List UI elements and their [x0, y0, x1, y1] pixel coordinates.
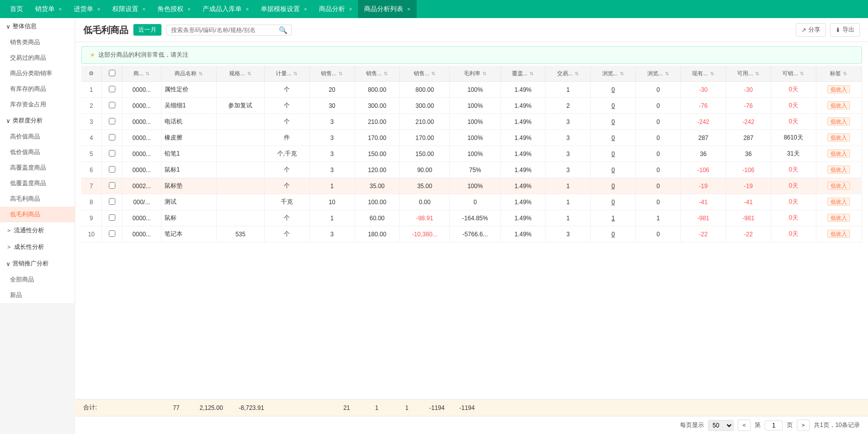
sidebar-item-stocked-goods[interactable]: 有库存的商品 [0, 81, 75, 97]
share-button[interactable]: ↗ 分享 [796, 23, 826, 37]
sidebar-group-liquidity-label: 流通性分析 [14, 226, 44, 235]
row-browse1-8[interactable]: 1 [591, 210, 636, 226]
row-check-6[interactable] [109, 182, 115, 189]
row-checkbox-1[interactable] [102, 98, 122, 114]
row-check-5[interactable] [109, 166, 115, 173]
row-checkbox-2[interactable] [102, 114, 122, 130]
nav-permissions-close[interactable]: × [142, 6, 145, 12]
col-checkbox-header[interactable] [102, 66, 122, 82]
row-check-2[interactable] [109, 118, 115, 124]
sidebar-item-all-goods[interactable]: 全部商品 [0, 272, 75, 287]
col-settings[interactable]: ⚙ [81, 66, 102, 82]
row-name-2: 电话机 [161, 114, 216, 130]
row-check-8[interactable] [109, 214, 115, 221]
sidebar-group-liquidity[interactable]: ＞ 流通性分析 [0, 222, 75, 239]
col-sale-profit[interactable]: 销售... ⇅ [400, 66, 450, 82]
col-browse1[interactable]: 浏览... ⇅ [591, 66, 636, 82]
page-input[interactable] [765, 420, 783, 430]
sidebar-item-high-coverage[interactable]: 高覆盖度商品 [0, 160, 75, 176]
nav-product-entry-close[interactable]: × [246, 6, 249, 12]
export-button[interactable]: ⬇ 导出 [830, 23, 860, 37]
sidebar-item-category-sales[interactable]: 商品分类助销率 [0, 66, 75, 81]
col-stock[interactable]: 现有... ⇅ [681, 66, 726, 82]
search-input[interactable] [171, 27, 279, 34]
col-name[interactable]: 商品名称 ⇅ [161, 66, 216, 82]
nav-goods-analysis[interactable]: 商品分析 × [313, 0, 358, 18]
row-browse1-5[interactable]: 0 [591, 162, 636, 178]
row-checkbox-8[interactable] [102, 210, 122, 226]
sidebar-item-low-value[interactable]: 低价值商品 [0, 144, 75, 160]
row-saleable-0: 0天 [771, 82, 816, 98]
col-sale-qty[interactable]: 销售... ⇅ [309, 66, 355, 82]
row-tag-7: 低收入 [816, 194, 861, 210]
sidebar-item-new-goods[interactable]: 新品 [0, 287, 75, 303]
col-profit-rate[interactable]: 毛利率 ⇅ [450, 66, 500, 82]
row-browse1-4[interactable]: 0 [591, 146, 636, 162]
sidebar-item-low-margin[interactable]: 低毛利商品 [0, 207, 75, 222]
nav-purchase-close[interactable]: × [97, 6, 100, 12]
sidebar-item-low-coverage[interactable]: 低覆盖度商品 [0, 176, 75, 191]
nav-sales-close[interactable]: × [59, 6, 62, 12]
prev-page-button[interactable]: ＜ [738, 419, 751, 431]
row-sale-amount-4: 150.00 [355, 146, 400, 162]
row-checkbox-4[interactable] [102, 146, 122, 162]
row-checkbox-9[interactable] [102, 226, 122, 242]
col-tag[interactable]: 标签 ⇅ [816, 66, 861, 82]
date-filter-button[interactable]: 近一月 [133, 24, 161, 36]
col-saleable[interactable]: 可销... ⇅ [771, 66, 816, 82]
row-check-9[interactable] [109, 230, 115, 237]
nav-roles[interactable]: 角色授权 × [151, 0, 197, 18]
sidebar-group-overall[interactable]: ∨ 整体信息 [0, 18, 75, 35]
sidebar-group-cluster[interactable]: ∨ 类群度分析 [0, 112, 75, 129]
col-avail[interactable]: 可用... ⇅ [726, 66, 771, 82]
row-checkbox-0[interactable] [102, 82, 122, 98]
row-unit-1: 个 [264, 98, 309, 114]
col-code[interactable]: 商... ⇅ [122, 66, 161, 82]
col-trade[interactable]: 交易... ⇅ [546, 66, 591, 82]
nav-goods-analysis-close[interactable]: × [349, 6, 352, 12]
col-unit[interactable]: 计量... ⇅ [264, 66, 309, 82]
col-sale-amount[interactable]: 销售... ⇅ [355, 66, 400, 82]
sidebar-group-marketing[interactable]: ∨ 营销推广分析 [0, 255, 75, 272]
nav-home[interactable]: 首页 [4, 0, 29, 18]
col-spec[interactable]: 规格... ⇅ [217, 66, 265, 82]
sidebar-item-sales-goods[interactable]: 销售类商品 [0, 35, 75, 50]
next-page-button[interactable]: ＞ [797, 419, 810, 431]
col-browse2[interactable]: 浏览... ⇅ [636, 66, 681, 82]
per-page-select[interactable]: 50 20 100 [708, 420, 734, 431]
row-checkbox-6[interactable] [102, 178, 122, 194]
sidebar-item-traded-goods[interactable]: 交易过的商品 [0, 50, 75, 66]
row-browse1-3[interactable]: 0 [591, 130, 636, 146]
nav-product-entry[interactable]: 产成品入库单 × [197, 0, 255, 18]
nav-goods-analysis-list-close[interactable]: × [407, 6, 410, 12]
nav-roles-close[interactable]: × [188, 6, 191, 12]
row-checkbox-3[interactable] [102, 130, 122, 146]
nav-template[interactable]: 单据模板设置 × [255, 0, 313, 18]
select-all-checkbox[interactable] [109, 70, 115, 76]
nav-goods-analysis-list[interactable]: 商品分析列表 × [358, 0, 416, 18]
row-browse1-6[interactable]: 0 [591, 178, 636, 194]
row-check-1[interactable] [109, 102, 115, 108]
row-browse1-1[interactable]: 0 [591, 98, 636, 114]
row-check-4[interactable] [109, 150, 115, 157]
sidebar-group-growth[interactable]: ＞ 成长性分析 [0, 239, 75, 255]
sidebar-item-high-value[interactable]: 高价值商品 [0, 129, 75, 144]
row-check-7[interactable] [109, 198, 115, 205]
sidebar-item-inventory-capital[interactable]: 库存资金占用 [0, 97, 75, 112]
row-browse1-7[interactable]: 0 [591, 194, 636, 210]
row-check-3[interactable] [109, 134, 115, 140]
row-gross-rate-1: 1.49% [500, 98, 546, 114]
nav-purchase[interactable]: 进货单 × [68, 0, 106, 18]
row-checkbox-7[interactable] [102, 194, 122, 210]
col-coverage[interactable]: 覆盖... ⇅ [500, 66, 546, 82]
nav-permissions[interactable]: 权限设置 × [106, 0, 151, 18]
nav-template-close[interactable]: × [304, 6, 307, 12]
sidebar-item-high-margin[interactable]: 高毛利商品 [0, 191, 75, 207]
row-browse1-9[interactable]: 0 [591, 226, 636, 242]
search-box[interactable]: 🔍 [166, 25, 292, 36]
row-browse1-2[interactable]: 0 [591, 114, 636, 130]
row-browse1-0[interactable]: 0 [591, 82, 636, 98]
nav-sales[interactable]: 销货单 × [29, 0, 68, 18]
row-check-0[interactable] [109, 86, 115, 92]
row-checkbox-5[interactable] [102, 162, 122, 178]
